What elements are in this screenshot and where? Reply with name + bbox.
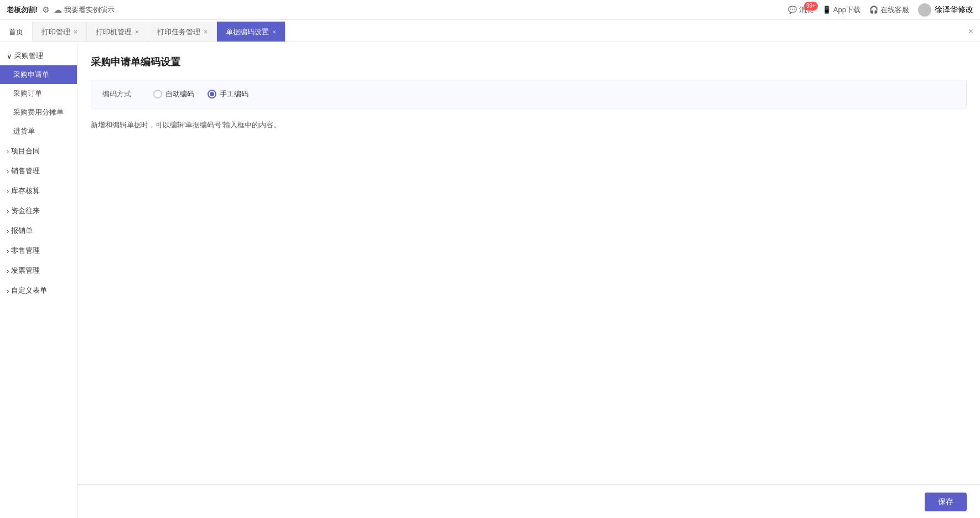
message-badge: 99+: [804, 2, 818, 11]
sidebar-item-purchase-expense[interactable]: 采购费用分摊单: [0, 103, 77, 122]
tab-print-mgmt[interactable]: 打印管理 ×: [33, 22, 87, 42]
sidebar-group-custom-form: › 自定义表单: [0, 281, 77, 300]
chevron-right-inventory-icon: ›: [7, 187, 9, 195]
app-icon: 📱: [822, 6, 831, 14]
sidebar-group-retail: › 零售管理: [0, 241, 77, 260]
radio-manual-label: 手工编码: [220, 89, 248, 99]
sidebar-group-purchase: ∨ 采购管理 采购申请单 采购订单 采购费用分摊单 进货单: [0, 46, 77, 141]
radio-manual-circle: [208, 90, 216, 99]
radio-auto[interactable]: 自动编码: [153, 89, 194, 99]
sidebar-group-project-label: 项目合同: [11, 146, 40, 156]
save-button[interactable]: 保存: [925, 493, 967, 511]
top-bar-right: 💬 消息 99+ 📱 App下载 🎧 在线客服 徐泽华修改: [788, 3, 973, 17]
tab-barcode-setting-label: 单据编码设置: [226, 27, 269, 37]
radio-auto-circle: [153, 90, 162, 99]
sidebar-group-funds: › 资金往来: [0, 201, 77, 220]
app-download-button[interactable]: 📱 App下载: [822, 5, 860, 15]
online-service-label: 在线客服: [880, 5, 909, 15]
sidebar-group-retail-label: 零售管理: [11, 246, 40, 256]
tab-barcode-setting[interactable]: 单据编码设置 ×: [217, 22, 286, 42]
sidebar-group-invoice: › 发票管理: [0, 261, 77, 280]
chevron-right-sales-icon: ›: [7, 167, 9, 175]
app-download-label: App下载: [833, 5, 860, 15]
sidebar-item-purchase-order-label: 采购订单: [13, 89, 42, 97]
user-name: 徐泽华修改: [935, 5, 973, 15]
sidebar-group-returns-header[interactable]: › 报销单: [0, 221, 77, 240]
sidebar-item-purchase-request-label: 采购申请单: [13, 70, 49, 79]
encoding-label: 编码方式: [102, 89, 136, 99]
sidebar-group-sales: › 销售管理: [0, 162, 77, 180]
sidebar-item-purchase-order[interactable]: 采购订单: [0, 84, 77, 103]
radio-manual[interactable]: 手工编码: [208, 89, 248, 99]
sidebar-group-custom-form-header[interactable]: › 自定义表单: [0, 281, 77, 300]
sidebar-group-sales-label: 销售管理: [11, 166, 40, 176]
tab-print-task-label: 打印任务管理: [157, 27, 200, 37]
top-bar-left: 老板勿割! ⚙ ☁ 我要看实例演示: [7, 5, 115, 15]
tab-home[interactable]: 首页: [0, 22, 33, 42]
chevron-right-custom-form-icon: ›: [7, 287, 9, 295]
radio-group: 自动编码 手工编码: [153, 89, 248, 99]
sidebar-item-incoming[interactable]: 进货单: [0, 122, 77, 141]
chevron-right-returns-icon: ›: [7, 227, 9, 235]
sidebar-group-invoice-header[interactable]: › 发票管理: [0, 261, 77, 280]
avatar: [918, 3, 931, 17]
sidebar-group-custom-form-label: 自定义表单: [11, 286, 47, 296]
tab-printer-mgmt-label: 打印机管理: [96, 27, 132, 37]
hint-text: 新增和编辑单据时，可以编辑'单据编码号'输入框中的内容。: [91, 120, 967, 131]
message-button[interactable]: 💬 消息 99+: [788, 5, 813, 15]
main-close-button[interactable]: ×: [962, 22, 980, 42]
page-title: 采购申请单编码设置: [91, 55, 967, 69]
chevron-down-icon: ∨: [7, 52, 12, 60]
sidebar-group-inventory: › 库存核算: [0, 182, 77, 200]
sidebar-group-project: › 项目合同: [0, 142, 77, 160]
chevron-right-invoice-icon: ›: [7, 267, 9, 275]
close-print-mgmt-icon[interactable]: ×: [74, 28, 77, 36]
encoding-method-row: 编码方式 自动编码 手工编码: [102, 89, 955, 99]
sidebar-group-funds-header[interactable]: › 资金往来: [0, 201, 77, 220]
tab-print-task[interactable]: 打印任务管理 ×: [148, 22, 217, 42]
footer-bar: 保存: [77, 485, 980, 518]
radio-auto-label: 自动编码: [165, 89, 194, 99]
tab-bar: 首页 打印管理 × 打印机管理 × 打印任务管理 × 单据编码设置 × ×: [0, 20, 980, 42]
sidebar-group-retail-header[interactable]: › 零售管理: [0, 241, 77, 260]
sidebar-group-inventory-header[interactable]: › 库存核算: [0, 182, 77, 200]
user-info[interactable]: 徐泽华修改: [918, 3, 973, 17]
content-area: 采购申请单编码设置 编码方式 自动编码 手工编码: [77, 42, 980, 485]
sidebar-item-purchase-expense-label: 采购费用分摊单: [13, 108, 64, 116]
close-print-task-icon[interactable]: ×: [204, 28, 208, 36]
main-content: 采购申请单编码设置 编码方式 自动编码 手工编码: [77, 42, 980, 518]
close-printer-mgmt-icon[interactable]: ×: [135, 28, 139, 36]
tab-printer-mgmt[interactable]: 打印机管理 ×: [87, 22, 148, 42]
cloud-icon: ☁: [54, 5, 62, 15]
sidebar-group-returns-label: 报销单: [11, 226, 33, 236]
sidebar-group-purchase-label: 采购管理: [14, 51, 43, 61]
sidebar-group-sales-header[interactable]: › 销售管理: [0, 162, 77, 180]
sidebar-group-project-header[interactable]: › 项目合同: [0, 142, 77, 160]
encoding-form-section: 编码方式 自动编码 手工编码: [91, 80, 967, 108]
settings-icon[interactable]: ⚙: [42, 5, 49, 15]
chevron-right-icon: ›: [7, 147, 9, 156]
tab-print-mgmt-label: 打印管理: [42, 27, 70, 37]
sidebar-item-purchase-request[interactable]: 采购申请单: [0, 65, 77, 84]
tab-home-label: 首页: [9, 27, 23, 37]
sidebar-group-invoice-label: 发票管理: [11, 266, 40, 276]
sidebar-item-incoming-label: 进货单: [13, 127, 35, 135]
top-bar: 老板勿割! ⚙ ☁ 我要看实例演示 💬 消息 99+ 📱 App下载 🎧 在线客…: [0, 0, 980, 20]
online-service-button[interactable]: 🎧 在线客服: [869, 5, 909, 15]
sidebar-group-funds-label: 资金往来: [11, 206, 40, 216]
layout: ∨ 采购管理 采购申请单 采购订单 采购费用分摊单 进货单 › 项目合同: [0, 42, 980, 518]
demo-text: 我要看实例演示: [64, 5, 115, 15]
sidebar: ∨ 采购管理 采购申请单 采购订单 采购费用分摊单 进货单 › 项目合同: [0, 42, 77, 518]
close-barcode-setting-icon[interactable]: ×: [272, 28, 276, 36]
message-icon: 💬: [788, 6, 797, 14]
demo-link[interactable]: ☁ 我要看实例演示: [54, 5, 115, 15]
sidebar-group-returns: › 报销单: [0, 221, 77, 240]
brand-text: 老板勿割!: [7, 5, 38, 15]
service-icon: 🎧: [869, 6, 878, 14]
sidebar-group-purchase-header[interactable]: ∨ 采购管理: [0, 46, 77, 65]
chevron-right-retail-icon: ›: [7, 247, 9, 255]
sidebar-group-inventory-label: 库存核算: [11, 186, 40, 196]
chevron-right-funds-icon: ›: [7, 207, 9, 215]
